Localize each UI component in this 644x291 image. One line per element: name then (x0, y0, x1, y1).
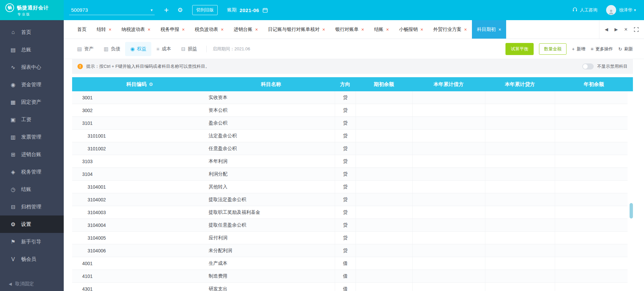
table-row[interactable]: 3101002任意盈余公积贷 (72, 142, 628, 155)
tab-label: 银行对账单 (335, 27, 359, 33)
table-row[interactable]: 4001生产成本借 (72, 257, 628, 270)
tab-结转[interactable]: 结转× (92, 20, 116, 39)
cell-account-code: 3103 (72, 155, 207, 167)
subtab-assets[interactable]: ▤资产 (72, 42, 99, 56)
table-row[interactable]: 3104006未分配利润贷 (72, 244, 628, 257)
refresh-button[interactable]: ↻ 刷新 (618, 46, 633, 52)
cell-amount (412, 142, 485, 155)
table-row[interactable]: 3104002提取法定盈余公积贷 (72, 193, 628, 206)
trial-balance-button[interactable]: 试算平衡 (505, 43, 534, 55)
vertical-scrollbar[interactable] (630, 91, 633, 291)
sidebar-item-member[interactable]: Ⅴ畅会员 (0, 250, 64, 268)
cell-direction: 贷 (335, 219, 356, 231)
tab-小畅报销[interactable]: 小畅报销× (394, 20, 428, 39)
report-center-icon: ∿ (10, 64, 16, 70)
hide-disabled-toggle[interactable] (582, 63, 594, 69)
tab-税务申报[interactable]: 税务申报× (155, 20, 190, 39)
user-menu[interactable]: 徐泽华 ▾ (619, 7, 636, 13)
cell-amount (485, 181, 555, 193)
support-button[interactable]: 人工咨询 (572, 7, 597, 13)
tab-scroll-left-icon[interactable]: ◀ (605, 27, 608, 32)
account-select[interactable]: 500973 ▾ (69, 5, 155, 15)
table-row[interactable]: 3104利润分配贷 (72, 168, 628, 181)
unpin-sidebar-button[interactable]: ◀ 取消固定 (9, 281, 34, 287)
table-row[interactable]: 3103本年利润贷 (72, 155, 628, 168)
tab-close-icon[interactable]: × (148, 27, 150, 32)
tab-税负波动表[interactable]: 税负波动表× (190, 20, 229, 39)
sidebar-item-invoice[interactable]: ▥发票管理 (0, 128, 64, 146)
close-all-tabs-icon[interactable]: × (624, 26, 628, 33)
sidebar-item-settings[interactable]: ⚙设置 (0, 215, 64, 233)
table-row[interactable]: 4101制造费用借 (72, 270, 628, 283)
sidebar-item-closing[interactable]: ◷结账 (0, 181, 64, 198)
sidebar-item-guide[interactable]: ⚑新手引导 (0, 233, 64, 250)
cell-direction: 贷 (335, 104, 356, 116)
subtab-equity[interactable]: ◉权益 (125, 42, 151, 56)
tab-close-icon[interactable]: × (109, 27, 111, 32)
sidebar-item-label: 结账 (21, 186, 31, 193)
add-account-button[interactable]: + 新增 (572, 46, 585, 52)
avatar[interactable] (606, 5, 616, 15)
tab-结账[interactable]: 结账× (369, 20, 394, 39)
tab-close-icon[interactable]: × (498, 27, 501, 32)
sidebar-item-fixed-assets[interactable]: ▦固定资产 (0, 93, 64, 111)
cell-amount (555, 270, 628, 282)
settings-gear-icon[interactable]: ⚙ (177, 7, 183, 13)
scrollbar-thumb[interactable] (630, 203, 633, 219)
fullscreen-icon[interactable] (634, 27, 639, 32)
sidebar-item-funds[interactable]: ◉资金管理 (0, 76, 64, 93)
cell-amount (412, 117, 485, 129)
tab-进销台账[interactable]: 进销台账× (229, 20, 263, 39)
table-row[interactable]: 3104003提取职工奖励及福利基金贷 (72, 206, 628, 219)
cell-amount (485, 270, 555, 282)
tab-日记账与银行对账单核对[interactable]: 日记账与银行对账单核对× (263, 20, 330, 39)
tab-close-icon[interactable]: × (221, 27, 224, 32)
cell-amount (485, 283, 555, 291)
tab-close-icon[interactable]: × (322, 27, 325, 32)
table-row[interactable]: 4301研发支出借 (72, 283, 628, 291)
table-row[interactable]: 3104005应付利润贷 (72, 232, 628, 244)
subtab-liabilities[interactable]: ▥负债 (99, 42, 125, 56)
subtab-cost[interactable]: ≡成本 (151, 42, 176, 56)
sidebar-item-payroll[interactable]: ▣工资 (0, 111, 64, 128)
tab-科目期初[interactable]: 科目期初× (472, 20, 506, 39)
column-settings-gear-icon[interactable]: ⚙ (149, 82, 153, 87)
tab-close-icon[interactable]: × (464, 27, 467, 32)
sidebar-item-purchase-sales[interactable]: ⊞进销台账 (0, 146, 64, 163)
sidebar-item-general-ledger[interactable]: ▤总账 (0, 41, 64, 58)
switch-old-version-button[interactable]: 切到旧版 (192, 5, 218, 15)
cell-direction: 贷 (335, 130, 356, 142)
table-row[interactable]: 3001实收资本贷 (72, 91, 628, 104)
column-header-label: 科目编码 (126, 81, 147, 88)
table-row[interactable]: 3101盈余公积贷 (72, 117, 628, 130)
sidebar-item-home[interactable]: ⌂首页 (0, 23, 64, 41)
tab-close-icon[interactable]: × (386, 27, 389, 32)
tab-scroll-right-icon[interactable]: ▶ (614, 27, 618, 32)
sidebar-item-archive[interactable]: ⊟归档管理 (0, 198, 64, 215)
tab-close-icon[interactable]: × (255, 27, 258, 32)
tab-close-icon[interactable]: × (182, 27, 184, 32)
table-row[interactable]: 3101001法定盈余公积贷 (72, 130, 628, 142)
payroll-icon: ▣ (10, 116, 16, 123)
tab-银行对账单[interactable]: 银行对账单× (330, 20, 369, 39)
cell-amount (356, 117, 412, 129)
calendar-icon[interactable] (262, 7, 268, 13)
tab-close-icon[interactable]: × (361, 27, 364, 32)
subtab-profit-loss[interactable]: ⊟损益 (176, 42, 202, 56)
add-account-set-icon[interactable]: + (164, 6, 169, 14)
table-row[interactable]: 3104004提取任意盈余公积贷 (72, 219, 628, 232)
sidebar-item-tax[interactable]: ◈税务管理 (0, 163, 64, 181)
cell-account-code: 4101 (72, 270, 207, 282)
sidebar-item-report-center[interactable]: ∿报表中心 (0, 58, 64, 76)
quantity-amount-button[interactable]: 数量金额 (539, 43, 567, 55)
tab-首页[interactable]: 首页 (72, 20, 92, 39)
tab-close-icon[interactable]: × (421, 27, 423, 32)
more-actions-button[interactable]: ≡ 更多操作 (591, 46, 613, 52)
cell-amount (412, 168, 485, 180)
tab-纳税波动表[interactable]: 纳税波动表× (116, 20, 155, 39)
table-row[interactable]: 3104001其他转入贷 (72, 181, 628, 193)
table-row[interactable]: 3002资本公积贷 (72, 104, 628, 117)
info-icon: ! (77, 64, 83, 69)
column-header-科目名称: 科目名称 (207, 77, 335, 91)
tab-外贸行业方案[interactable]: 外贸行业方案× (428, 20, 472, 39)
